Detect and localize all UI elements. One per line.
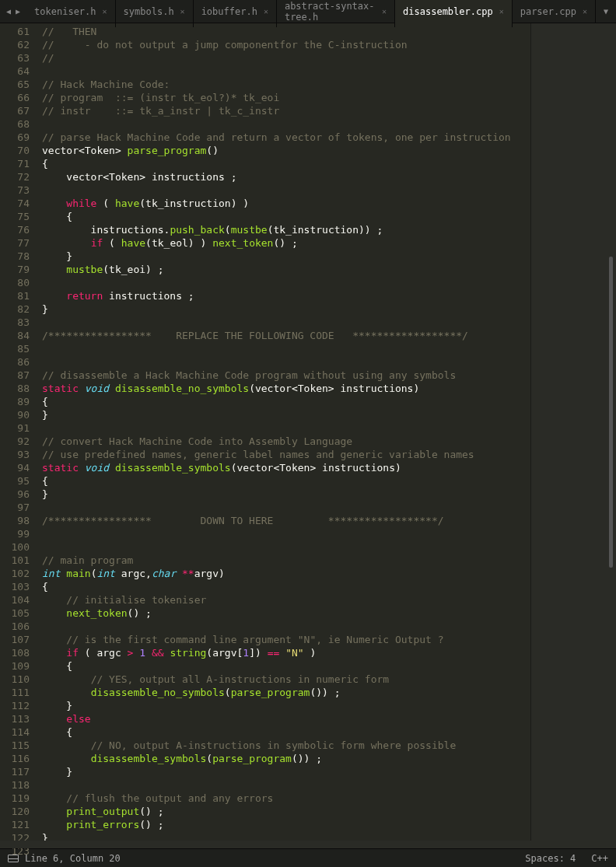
code-line[interactable]: // convert Hack Machine Code into Assemb… bbox=[42, 435, 530, 448]
tab-dropdown-icon[interactable]: ▼ bbox=[596, 7, 616, 16]
code-line[interactable]: // main program bbox=[42, 554, 530, 567]
code-line[interactable]: } bbox=[42, 765, 530, 778]
code-line[interactable]: { bbox=[42, 395, 530, 408]
code-line[interactable]: disassemble_no_symbols(parse_program()) … bbox=[42, 686, 530, 699]
code-line[interactable]: // - do not output a jump componentfor t… bbox=[42, 38, 530, 51]
code-line[interactable]: // Hack Machine Code: bbox=[42, 78, 530, 91]
tab-label: parser.cpp bbox=[520, 6, 576, 17]
code-line[interactable]: return instructions ; bbox=[42, 289, 530, 302]
tab-label: tokeniser.h bbox=[34, 6, 96, 17]
code-line[interactable]: next_token() ; bbox=[42, 607, 530, 620]
line-number-gutter: 61 62 63 64 65 66 67 68 69 70 71 72 73 7… bbox=[0, 23, 37, 848]
code-line[interactable]: // flush the output and any errors bbox=[42, 792, 530, 805]
panels-icon[interactable] bbox=[8, 855, 19, 862]
code-line[interactable] bbox=[42, 276, 530, 289]
code-line[interactable]: if ( argc > 1 && string(argv[1]) == "N" … bbox=[42, 646, 530, 659]
code-line[interactable]: } bbox=[42, 699, 530, 712]
code-line[interactable]: /***************** REPLACE THE FOLLOWING… bbox=[42, 329, 530, 342]
horizontal-scrollbar[interactable] bbox=[0, 841, 616, 848]
code-line[interactable]: // instr ::= tk_a_instr | tk_c_instr bbox=[42, 104, 530, 117]
tab-prev-icon[interactable]: ◀ bbox=[5, 5, 12, 17]
code-line[interactable]: // disassemble a Hack Machine Code progr… bbox=[42, 369, 530, 382]
code-line[interactable]: static void disassemble_symbols(vector<T… bbox=[42, 461, 530, 474]
minimap[interactable] bbox=[530, 23, 616, 848]
language-mode[interactable]: C++ bbox=[591, 853, 608, 864]
close-icon[interactable]: ✕ bbox=[499, 7, 504, 16]
code-line[interactable] bbox=[42, 778, 530, 792]
code-line[interactable]: /***************** DOWN TO HERE ********… bbox=[42, 514, 530, 527]
code-line[interactable]: // use predefined names, generic label n… bbox=[42, 448, 530, 461]
close-icon[interactable]: ✕ bbox=[180, 7, 185, 16]
code-line[interactable] bbox=[42, 65, 530, 78]
tab-next-icon[interactable]: ▶ bbox=[14, 5, 22, 17]
tab-label: iobuffer.h bbox=[201, 6, 257, 17]
code-line[interactable] bbox=[42, 342, 530, 355]
code-line[interactable]: { bbox=[42, 474, 530, 488]
code-line[interactable]: // initialise tokeniser bbox=[42, 593, 530, 607]
code-line[interactable]: static void disassemble_no_symbols(vecto… bbox=[42, 382, 530, 395]
code-line[interactable] bbox=[42, 316, 530, 329]
code-line[interactable]: if ( have(tk_eol) ) next_token() ; bbox=[42, 236, 530, 250]
code-line[interactable] bbox=[42, 184, 530, 197]
tab-label: symbols.h bbox=[124, 6, 174, 17]
code-line[interactable]: // program ::= (instr tk_eol?)* tk_eoi bbox=[42, 91, 530, 104]
code-line[interactable]: vector<Token> instructions ; bbox=[42, 170, 530, 184]
indent-setting[interactable]: Spaces: 4 bbox=[525, 853, 576, 864]
code-line[interactable] bbox=[42, 527, 530, 540]
code-line[interactable]: // bbox=[42, 51, 530, 65]
code-line[interactable]: } bbox=[42, 250, 530, 263]
code-line[interactable]: { bbox=[42, 725, 530, 739]
code-line[interactable] bbox=[42, 117, 530, 131]
code-line[interactable]: // parse Hack Machine Code and return a … bbox=[42, 131, 530, 144]
code-line[interactable]: // NO, output A-instructions in symbolic… bbox=[42, 739, 530, 752]
tab-label: disassembler.cpp bbox=[403, 6, 493, 17]
close-icon[interactable]: ✕ bbox=[583, 7, 587, 16]
code-line[interactable]: // YES, output all A-instructions in num… bbox=[42, 673, 530, 686]
code-line[interactable]: int main(int argc,char **argv) bbox=[42, 567, 530, 580]
code-line[interactable] bbox=[42, 355, 530, 369]
code-line[interactable]: } bbox=[42, 408, 530, 421]
close-icon[interactable]: ✕ bbox=[382, 7, 387, 16]
code-line[interactable]: else bbox=[42, 712, 530, 725]
code-line[interactable] bbox=[42, 620, 530, 633]
minimap-content bbox=[531, 23, 616, 30]
tab-nav: ◀ ▶ bbox=[0, 5, 26, 17]
code-line[interactable]: // is the first command line argument "N… bbox=[42, 633, 530, 646]
code-line[interactable] bbox=[42, 501, 530, 514]
code-line[interactable]: } bbox=[42, 488, 530, 501]
code-line[interactable]: print_output() ; bbox=[42, 805, 530, 818]
code-line[interactable]: } bbox=[42, 302, 530, 316]
code-line[interactable]: vector<Token> parse_program() bbox=[42, 144, 530, 157]
close-icon[interactable]: ✕ bbox=[264, 7, 268, 16]
tab-label: abstract-syntax-tree.h bbox=[285, 1, 376, 23]
close-icon[interactable]: ✕ bbox=[103, 7, 107, 16]
code-line[interactable]: { bbox=[42, 157, 530, 170]
code-line[interactable]: disassemble_symbols(parse_program()) ; bbox=[42, 752, 530, 765]
code-line[interactable]: print_errors() ; bbox=[42, 818, 530, 831]
tab-bar: ◀ ▶ tokeniser.h✕symbols.h✕iobuffer.h✕abs… bbox=[0, 0, 616, 23]
editor-area: 61 62 63 64 65 66 67 68 69 70 71 72 73 7… bbox=[0, 23, 616, 848]
code-line[interactable]: instructions.push_back(mustbe(tk_instruc… bbox=[42, 223, 530, 236]
code-line[interactable]: // THEN bbox=[42, 25, 530, 38]
code-line[interactable]: mustbe(tk_eoi) ; bbox=[42, 263, 530, 276]
code-editor[interactable]: // THEN// - do not output a jump compone… bbox=[37, 23, 530, 848]
code-line[interactable] bbox=[42, 540, 530, 554]
code-line[interactable]: { bbox=[42, 659, 530, 673]
code-line[interactable]: { bbox=[42, 580, 530, 593]
code-line[interactable]: { bbox=[42, 210, 530, 223]
code-line[interactable] bbox=[42, 421, 530, 435]
code-line[interactable]: while ( have(tk_instruction) ) bbox=[42, 197, 530, 210]
minimap-viewport[interactable] bbox=[609, 257, 613, 568]
